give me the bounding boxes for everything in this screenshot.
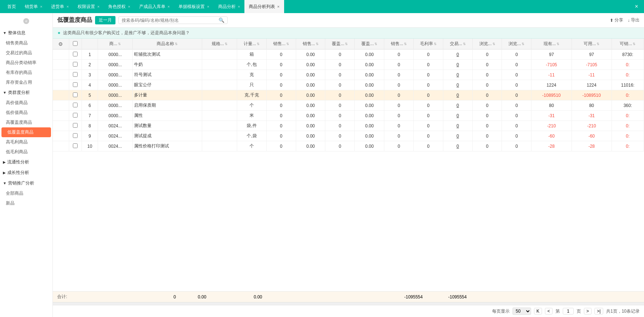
col-cov1[interactable]: 覆盖...⇅ (325, 39, 355, 49)
row-sales3: 0 (384, 60, 414, 70)
row-stock2: -60 (572, 131, 612, 141)
col-cov2[interactable]: 覆盖...⇅ (355, 39, 384, 49)
row-name: 旺辅批次测试 (133, 49, 202, 60)
row-checkbox[interactable] (69, 70, 82, 80)
row-trade[interactable]: 0 (443, 49, 472, 60)
row-name: 属性 (133, 111, 202, 121)
nav-item-purchase[interactable]: 进货单 × (47, 0, 73, 13)
content-header: 低覆盖度商品 近一月 🔍 ⬆ 分享 ↓ 导出 (53, 13, 644, 28)
sidebar-item-in-stock[interactable]: 有库存的商品 (0, 68, 52, 78)
last-page-button[interactable]: >| (594, 308, 603, 314)
col-gear[interactable]: ⚙ (53, 39, 69, 49)
col-sales3[interactable]: 销售...⇅ (384, 39, 414, 49)
close-icon[interactable]: × (168, 4, 170, 9)
row-trade[interactable]: 0 (443, 90, 472, 100)
page-number-input[interactable] (563, 308, 574, 314)
row-trade[interactable]: 0 (443, 60, 472, 70)
nav-item-analysis[interactable]: 商品分析 × (214, 0, 244, 13)
row-checkbox[interactable] (69, 141, 82, 151)
close-icon[interactable]: × (207, 4, 209, 9)
search-input[interactable] (122, 18, 219, 23)
row-checkbox[interactable] (69, 49, 82, 60)
per-page-select[interactable]: 50 100 200 (513, 308, 531, 315)
row-checkbox[interactable] (69, 111, 82, 121)
col-code[interactable]: 商...⇅ (98, 39, 133, 49)
sidebar-item-category-rate[interactable]: 商品分类动销率 (0, 58, 52, 68)
row-margin: 0 (413, 131, 443, 141)
col-stock3[interactable]: 可销...⇅ (612, 39, 644, 49)
horizontal-scrollbar[interactable] (53, 302, 644, 305)
row-trade[interactable]: 0 (443, 111, 472, 121)
col-browse1[interactable]: 浏览...⇅ (472, 39, 502, 49)
gear-icon[interactable]: ⚙ (58, 41, 63, 47)
col-stock2[interactable]: 可用...⇅ (572, 39, 612, 49)
col-trade[interactable]: 交易...⇅ (443, 39, 472, 49)
sidebar-item-new-goods[interactable]: 新品 (0, 198, 52, 208)
sidebar-section-flow[interactable]: ▶ 流通性分析 (0, 157, 52, 167)
close-icon[interactable]: × (97, 4, 99, 9)
nav-item-sales[interactable]: 销货单 × (20, 0, 47, 13)
row-trade[interactable]: 0 (443, 70, 472, 80)
nav-item-permission[interactable]: 权限设置 × (73, 0, 104, 13)
sidebar-section-overall[interactable]: ▼ 整体信息 (0, 28, 52, 38)
row-checkbox[interactable] (69, 121, 82, 131)
prev-page-button[interactable]: < (545, 308, 553, 314)
close-all-button[interactable]: × (632, 3, 641, 10)
col-browse2[interactable]: 浏览...⇅ (502, 39, 531, 49)
sidebar-item-sales-goods[interactable]: 销售类商品 (0, 38, 52, 48)
row-margin: 0 (413, 70, 443, 80)
row-stock2: -1089510 (572, 90, 612, 100)
row-cov1: 0 (325, 111, 355, 121)
sidebar-item-low-margin[interactable]: 低毛利商品 (0, 147, 52, 157)
sidebar-section-growth[interactable]: ▶ 成长性分析 (0, 167, 52, 178)
row-trade[interactable]: 0 (443, 100, 472, 111)
row-checkbox[interactable] (69, 80, 82, 90)
sidebar-collapse-button[interactable]: « (23, 18, 29, 24)
sidebar-item-low-value[interactable]: 低价值商品 (0, 108, 52, 118)
row-trade[interactable]: 0 (443, 121, 472, 131)
row-trade[interactable]: 0 (443, 80, 472, 90)
close-icon[interactable]: × (128, 4, 130, 9)
nav-item-home[interactable]: 首页 (3, 0, 20, 13)
row-trade[interactable]: 0 (443, 141, 472, 151)
sidebar-item-low-coverage[interactable]: 低覆盖度商品 (1, 127, 51, 137)
nav-item-role[interactable]: 角色授权 × (104, 0, 134, 13)
row-trade[interactable]: 0 (443, 131, 472, 141)
next-page-button[interactable]: > (584, 308, 592, 314)
row-checkbox[interactable] (69, 90, 82, 100)
row-spec (202, 100, 237, 111)
row-checkbox[interactable] (69, 60, 82, 70)
row-checkbox[interactable] (69, 100, 82, 111)
col-stock1[interactable]: 现有...⇅ (531, 39, 572, 49)
share-button[interactable]: ⬆ 分享 (610, 17, 623, 23)
sidebar-item-high-value[interactable]: 高价值商品 (0, 98, 52, 108)
nav-item-analysis-list[interactable]: 商品分析列表 × (244, 0, 284, 13)
close-icon[interactable]: × (40, 4, 42, 9)
col-margin[interactable]: 毛利率⇅ (413, 39, 443, 49)
col-sales-amt[interactable]: 销售...⇅ (296, 39, 325, 49)
sidebar-item-stock-capital[interactable]: 库存资金占用 (0, 78, 52, 87)
sidebar-item-high-coverage[interactable]: 高覆盖度商品 (0, 118, 52, 127)
close-icon[interactable]: × (238, 4, 240, 9)
close-icon[interactable]: × (277, 4, 279, 9)
col-name[interactable]: 商品名称⇅ (133, 39, 202, 49)
first-page-button[interactable]: K (534, 308, 542, 314)
sidebar-item-traded-goods[interactable]: 交易过的商品 (0, 48, 52, 58)
col-sales-qty[interactable]: 销售...⇅ (266, 39, 296, 49)
filter-period-button[interactable]: 近一月 (95, 16, 115, 24)
col-unit[interactable]: 计量...⇅ (237, 39, 267, 49)
sidebar-item-all-goods[interactable]: 全部商品 (0, 189, 52, 198)
select-all-checkbox[interactable] (73, 41, 78, 46)
row-browse2: 0 (502, 70, 531, 80)
sidebar-section-abc[interactable]: ▼ 类群度分析 (0, 87, 52, 98)
nav-item-template[interactable]: 单据模板设置 × (174, 0, 213, 13)
page-suffix: 页 (577, 308, 581, 314)
row-checkbox[interactable] (69, 131, 82, 141)
sidebar-section-marketing[interactable]: ▼ 营销推广分析 (0, 178, 52, 189)
export-button[interactable]: ↓ 导出 (628, 17, 640, 23)
sidebar-item-high-margin[interactable]: 高毛利商品 (0, 137, 52, 147)
col-spec[interactable]: 规格...⇅ (202, 39, 237, 49)
close-icon[interactable]: × (66, 4, 68, 9)
row-browse1: 0 (472, 90, 502, 100)
nav-item-production[interactable]: 产成品入库单 × (135, 0, 174, 13)
